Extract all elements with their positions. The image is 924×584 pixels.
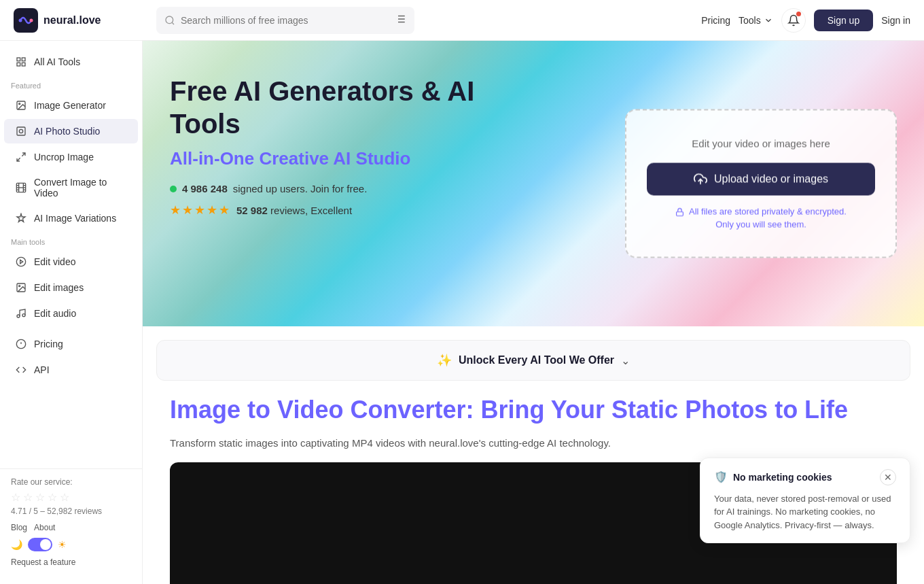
- notifications-button[interactable]: [781, 8, 806, 33]
- svg-point-18: [19, 129, 22, 133]
- sidebar-item-edit-audio[interactable]: Edit audio: [4, 301, 138, 326]
- svg-point-2: [30, 18, 33, 22]
- expand-icon: [15, 151, 27, 163]
- featured-section-label: Featured: [0, 75, 142, 92]
- pricing-icon: [15, 338, 27, 350]
- sidebar-item-pricing[interactable]: Pricing: [4, 332, 138, 356]
- search-icon: [164, 15, 175, 26]
- svg-rect-14: [17, 63, 20, 66]
- sidebar-bottom: Rate our service: ☆ ☆ ☆ ☆ ☆ 4.71 / 5 – 5…: [0, 468, 142, 576]
- hero-users: 4 986 248 signed up users. Join for free…: [170, 183, 510, 194]
- star-1: ☆: [11, 491, 20, 504]
- cookie-banner: 🛡️ No marketing cookies ✕ Your data, nev…: [700, 458, 910, 544]
- users-count: 4 986 248: [182, 183, 228, 194]
- svg-line-19: [22, 153, 25, 156]
- sidebar-item-all-tools[interactable]: All AI Tools: [4, 50, 138, 74]
- logo-icon: [14, 8, 38, 33]
- sidebar-item-api[interactable]: API: [4, 358, 138, 382]
- hero-section: Free AI Generators & AI Tools All-in-One…: [143, 41, 924, 326]
- green-dot: [170, 186, 177, 192]
- section-title: Image to Video Converter: Bring Your Sta…: [170, 394, 897, 426]
- signup-button[interactable]: Sign up: [814, 10, 873, 31]
- hero-reviews: ★ ★ ★ ★ ★ 52 982 reviews, Excellent: [170, 203, 510, 218]
- image-generator-icon: [15, 99, 27, 111]
- play-icon: [15, 256, 27, 268]
- main-tools-section-label: Main tools: [0, 231, 142, 249]
- svg-point-29: [16, 257, 25, 266]
- logo[interactable]: neural.love: [14, 8, 156, 33]
- svg-rect-17: [17, 127, 25, 135]
- sidebar-item-edit-images[interactable]: Edit images: [4, 275, 138, 300]
- svg-rect-12: [22, 58, 25, 61]
- svg-point-3: [166, 16, 173, 24]
- upload-button[interactable]: Upload video or images: [647, 162, 875, 195]
- star-4: ☆: [48, 491, 57, 504]
- rating-text: 4.71 / 5 – 52,982 reviews: [11, 506, 131, 516]
- about-link[interactable]: About: [34, 523, 55, 532]
- signin-button[interactable]: Sign in: [881, 15, 910, 26]
- sidebar-item-image-generator[interactable]: Image Generator: [4, 93, 138, 118]
- svg-point-32: [19, 286, 20, 287]
- star-5: ☆: [60, 491, 69, 504]
- film-icon: [15, 182, 27, 194]
- footer-links: Blog About: [11, 523, 131, 532]
- unlock-text: Unlock Every AI Tool We Offer: [459, 354, 614, 366]
- sidebar-item-uncrop[interactable]: Uncrop Image: [4, 145, 138, 169]
- grid-icon: [15, 56, 27, 68]
- shield-icon: 🛡️: [714, 470, 728, 483]
- svg-point-33: [17, 315, 20, 317]
- cookie-close-button[interactable]: ✕: [880, 469, 896, 485]
- pricing-nav-link[interactable]: Pricing: [701, 15, 730, 26]
- sidebar-stars: ☆ ☆ ☆ ☆ ☆: [11, 491, 131, 504]
- upload-privacy: All files are stored privately & encrypt…: [647, 206, 875, 229]
- star-3: ☆: [35, 491, 45, 504]
- svg-marker-30: [20, 260, 23, 263]
- review-text: 52 982 reviews, Excellent: [236, 205, 352, 216]
- lock-icon: [675, 208, 684, 217]
- notification-dot: [796, 12, 801, 16]
- svg-rect-13: [22, 63, 25, 66]
- upload-card: Edit your video or images here Upload vi…: [625, 109, 897, 258]
- blog-link[interactable]: Blog: [11, 523, 27, 532]
- tools-nav-button[interactable]: Tools: [739, 15, 773, 26]
- sun-icon: ☀: [58, 539, 67, 550]
- chevron-down-icon: [764, 16, 773, 25]
- unlock-banner[interactable]: ✨ Unlock Every AI Tool We Offer ⌄: [156, 340, 910, 381]
- svg-line-4: [172, 22, 174, 24]
- svg-line-20: [17, 158, 20, 161]
- logo-text: neural.love: [43, 14, 101, 27]
- filter-icon: [394, 13, 406, 25]
- sidebar: All AI Tools Featured Image Generator AI…: [0, 41, 143, 584]
- unlock-sparkle-icon: ✨: [437, 353, 452, 368]
- audio-icon: [15, 307, 27, 320]
- section-desc: Transform static images into captivating…: [170, 437, 897, 449]
- review-stars: ★ ★ ★ ★ ★: [170, 203, 230, 218]
- svg-rect-11: [17, 58, 20, 61]
- sidebar-item-image-variations[interactable]: AI Image Variations: [4, 206, 138, 230]
- rate-label: Rate our service:: [11, 477, 131, 487]
- cookie-header: 🛡️ No marketing cookies ✕: [714, 469, 896, 485]
- search-input[interactable]: [181, 15, 389, 26]
- sidebar-item-edit-video[interactable]: Edit video: [4, 250, 138, 274]
- edit-image-icon: [15, 281, 27, 294]
- cookie-body: Your data, never stored post-removal or …: [714, 492, 896, 532]
- hero-subtitle: All-in-One Creative AI Studio: [170, 148, 510, 169]
- cookie-title: No marketing cookies: [733, 472, 832, 483]
- sparkle-icon: [15, 212, 27, 224]
- search-filter-button[interactable]: [394, 13, 406, 27]
- moon-icon: 🌙: [11, 539, 22, 550]
- photo-studio-icon: [15, 125, 27, 137]
- sidebar-item-convert-video[interactable]: Convert Image to Video: [4, 171, 138, 205]
- svg-point-16: [19, 103, 20, 105]
- toggle-thumb: [40, 539, 51, 550]
- header-right: Pricing Tools Sign up Sign in: [701, 8, 910, 33]
- svg-point-1: [19, 18, 22, 22]
- upload-hint: Edit your video or images here: [647, 137, 875, 149]
- search-bar: [156, 7, 414, 34]
- api-icon: [15, 364, 27, 376]
- theme-toggle[interactable]: [28, 538, 52, 551]
- request-feature-link[interactable]: Request a feature: [11, 557, 75, 567]
- sidebar-item-photo-studio[interactable]: AI Photo Studio: [4, 119, 138, 143]
- upload-icon: [694, 172, 707, 186]
- theme-toggle-wrap: 🌙 ☀: [11, 538, 131, 551]
